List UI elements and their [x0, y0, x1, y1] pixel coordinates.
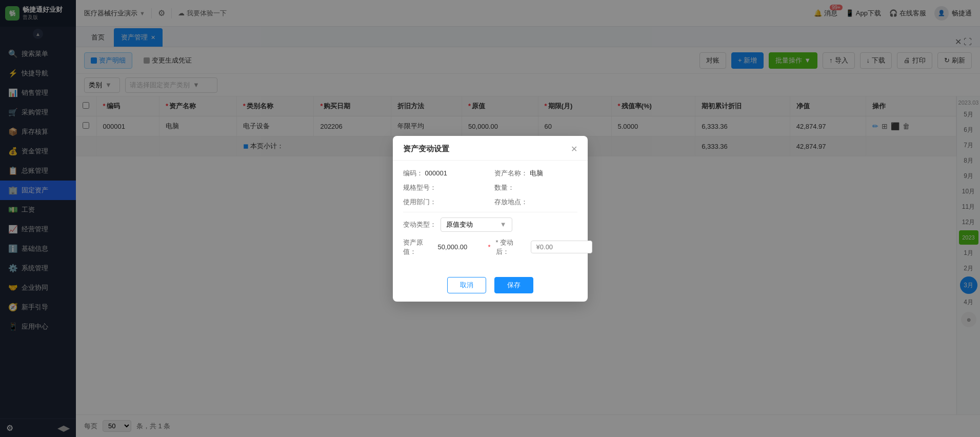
- code-value: 000001: [425, 169, 447, 177]
- dialog-title: 资产变动设置: [403, 144, 449, 154]
- required-star-after: *: [488, 243, 491, 251]
- dialog-field-spec: 规格型号：: [403, 183, 486, 192]
- department-label: 使用部门：: [403, 197, 436, 207]
- dialog-field-asset-name: 资产名称： 电脑: [494, 169, 577, 178]
- quantity-label: 数量：: [494, 183, 514, 192]
- asset-name-value: 电脑: [530, 169, 543, 178]
- dialog-row-dept-location: 使用部门： 存放地点：: [403, 197, 577, 207]
- change-type-label: 变动类型：: [403, 220, 436, 229]
- change-type-select[interactable]: 原值变动 ▼: [441, 217, 512, 232]
- original-value-display: 50,000.00: [438, 243, 484, 251]
- dialog-field-quantity: 数量：: [494, 183, 577, 192]
- dialog-field-code: 编码： 000001: [403, 169, 486, 178]
- dialog-footer: 取消 保存: [393, 271, 588, 302]
- dialog-body: 编码： 000001 资产名称： 电脑 规格型号： 数量：: [393, 161, 588, 271]
- dialog-overlay: 资产变动设置 ✕ 编码： 000001 资产名称： 电脑 规格型号：: [0, 0, 980, 437]
- dialog-value-row: 资产原值： 50,000.00 * * 变动后：: [403, 238, 577, 256]
- change-type-value: 原值变动: [446, 220, 473, 229]
- dialog-divider: [403, 212, 577, 212]
- location-label: 存放地点：: [494, 197, 528, 207]
- spec-label: 规格型号：: [403, 183, 436, 192]
- after-change-label: * 变动后：: [496, 238, 527, 256]
- save-btn[interactable]: 保存: [494, 277, 533, 293]
- after-change-input[interactable]: [531, 241, 592, 253]
- dialog-close-btn[interactable]: ✕: [571, 144, 577, 154]
- dialog-change-type-row: 变动类型： 原值变动 ▼: [403, 217, 577, 232]
- dialog-field-department: 使用部门：: [403, 197, 486, 207]
- change-type-dropdown-icon: ▼: [500, 221, 507, 228]
- dialog-row-spec-qty: 规格型号： 数量：: [403, 183, 577, 192]
- original-value-label: 资产原值：: [403, 238, 434, 256]
- asset-name-label: 资产名称：: [494, 169, 528, 178]
- save-label: 保存: [507, 281, 521, 289]
- cancel-btn[interactable]: 取消: [447, 277, 486, 293]
- dialog-row-code-name: 编码： 000001 资产名称： 电脑: [403, 169, 577, 178]
- dialog-field-location: 存放地点：: [494, 197, 577, 207]
- dialog-header: 资产变动设置 ✕: [393, 136, 588, 161]
- cancel-label: 取消: [460, 281, 473, 289]
- asset-change-dialog: 资产变动设置 ✕ 编码： 000001 资产名称： 电脑 规格型号：: [393, 136, 588, 302]
- code-label: 编码：: [403, 169, 423, 178]
